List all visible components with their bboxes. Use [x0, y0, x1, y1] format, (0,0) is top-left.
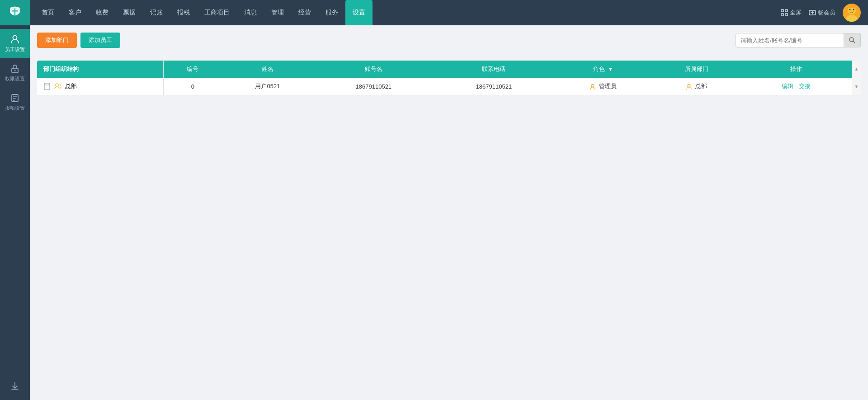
sidebar-item-permission[interactable]: 权限设置: [0, 58, 30, 88]
avatar[interactable]: [843, 4, 861, 22]
main-layout: 员工设置 权限设置 报税设置: [0, 25, 868, 400]
nav-business[interactable]: 工商项目: [197, 0, 237, 25]
file-icon: [43, 83, 51, 90]
svg-point-18: [688, 84, 690, 87]
person-icon: [10, 34, 20, 44]
logo[interactable]: [0, 0, 30, 25]
scroll-up-btn[interactable]: ▲: [852, 61, 861, 78]
svg-rect-1: [785, 9, 788, 12]
col-id: 编号: [164, 61, 222, 78]
tax-icon: [10, 93, 20, 103]
cell-role: 管理员: [554, 78, 652, 95]
table-header: 编号 姓名 账号名 联系电话 角色 ▼ 所属部门 操作: [164, 61, 852, 78]
tree-item-root[interactable]: 总部: [37, 78, 163, 95]
add-employee-button[interactable]: 添加员工: [80, 33, 120, 48]
svg-point-17: [591, 84, 594, 87]
col-name: 姓名: [222, 61, 313, 78]
nav-customer[interactable]: 客户: [61, 0, 89, 25]
nav-accounting[interactable]: 记账: [143, 0, 170, 25]
col-phone: 联系电话: [434, 61, 554, 78]
sidebar-item-employee[interactable]: 员工设置: [0, 29, 30, 58]
col-role: 角色 ▼: [554, 61, 652, 78]
download-icon: [10, 381, 20, 391]
nav-items: 首页 客户 收费 票据 记账 报税 工商项目 消息 管理 经营 服务 设置: [30, 0, 781, 25]
dept-user-icon: [686, 83, 694, 89]
svg-point-15: [56, 84, 58, 86]
table-row: 0 用户0521 18679110521 18679110521: [164, 78, 852, 95]
svg-rect-0: [781, 9, 783, 12]
sidebar-item-download[interactable]: [0, 376, 30, 396]
svg-point-11: [14, 70, 16, 71]
nav-fee[interactable]: 收费: [89, 0, 116, 25]
edit-link[interactable]: 编辑: [782, 83, 793, 89]
col-dept: 所属部门: [652, 61, 741, 78]
scroll-down-btn[interactable]: ▼: [852, 78, 861, 96]
tree-header: 部门组织结构: [37, 61, 163, 78]
svg-rect-12: [12, 94, 18, 102]
nav-service[interactable]: 服务: [318, 0, 345, 25]
lock-icon: [10, 64, 20, 74]
top-bar-row: 添加部门 添加员工: [37, 33, 861, 55]
nav-message[interactable]: 消息: [237, 0, 264, 25]
transfer-link[interactable]: 交接: [799, 83, 811, 89]
cell-dept: 总部: [652, 78, 741, 95]
cell-account: 18679110521: [313, 78, 434, 95]
nav-tax[interactable]: 报税: [170, 0, 197, 25]
top-navbar: 首页 客户 收费 票据 记账 报税 工商项目 消息 管理 经营 服务 设置 全屏: [0, 0, 868, 25]
table-wrapper: 部门组织结构: [37, 61, 861, 95]
svg-rect-14: [44, 83, 50, 89]
tree-panel: 部门组织结构: [37, 61, 164, 95]
fullscreen-btn[interactable]: 全屏: [781, 9, 802, 17]
scroll-controls: ▲ ▼: [852, 61, 861, 95]
col-action: 操作: [741, 61, 852, 78]
table-container: 部门组织结构: [37, 61, 861, 95]
role-filter-icon[interactable]: ▼: [608, 66, 613, 72]
svg-point-7: [849, 9, 851, 10]
table-body: 0 用户0521 18679110521 18679110521: [164, 78, 852, 95]
svg-rect-3: [785, 14, 788, 16]
btn-bar: 添加部门 添加员工: [37, 33, 120, 48]
svg-rect-2: [781, 14, 783, 16]
employee-table: 编号 姓名 账号名 联系电话 角色 ▼ 所属部门 操作: [164, 61, 852, 95]
svg-point-6: [846, 15, 857, 22]
svg-point-16: [59, 84, 61, 86]
add-dept-button[interactable]: 添加部门: [37, 33, 77, 48]
search-input[interactable]: [736, 33, 844, 47]
member-btn[interactable]: 畅会员: [809, 9, 835, 17]
search-bar: [736, 33, 861, 47]
cell-id: 0: [164, 78, 222, 95]
search-button[interactable]: [844, 33, 861, 47]
role-user-icon: [590, 83, 598, 89]
cell-name: 用户0521: [222, 78, 313, 95]
cell-phone: 18679110521: [434, 78, 554, 95]
sidebar: 员工设置 权限设置 报税设置: [0, 25, 30, 400]
sidebar-bottom: [0, 376, 30, 396]
nav-right: 全屏 畅会员: [781, 4, 868, 22]
nav-operation[interactable]: 经营: [291, 0, 318, 25]
content-area: 添加部门 添加员工 部门组织结构: [30, 25, 868, 400]
nav-invoice[interactable]: 票据: [116, 0, 143, 25]
nav-home[interactable]: 首页: [34, 0, 61, 25]
col-account: 账号名: [313, 61, 434, 78]
nav-manage[interactable]: 管理: [264, 0, 291, 25]
data-table: 编号 姓名 账号名 联系电话 角色 ▼ 所属部门 操作: [164, 61, 852, 95]
cell-action: 编辑 交接: [741, 78, 852, 95]
sidebar-item-taxsettings[interactable]: 报税设置: [0, 88, 30, 117]
nav-settings[interactable]: 设置: [345, 0, 373, 25]
user-group-icon: [54, 83, 61, 90]
search-icon: [849, 37, 856, 44]
svg-point-8: [853, 9, 854, 10]
